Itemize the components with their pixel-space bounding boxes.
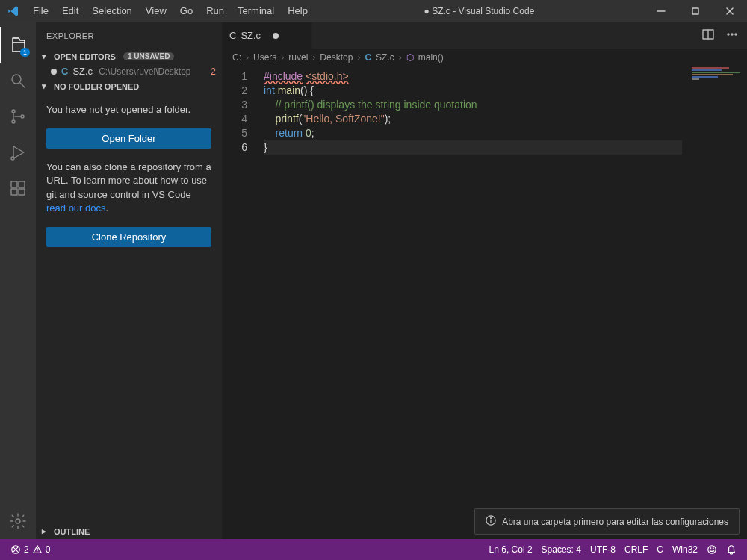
activity-source-control[interactable]	[0, 99, 36, 134]
vscode-logo-icon	[0, 4, 26, 18]
activity-extensions[interactable]	[0, 170, 36, 206]
status-problems[interactable]: 2 0	[6, 544, 55, 555]
tab-label: SZ.c	[241, 30, 261, 41]
status-bar: 2 0 Ln 6, Col 2 Spaces: 4 UTF-8 CRLF C W…	[0, 539, 747, 560]
symbol-icon: ⬡	[406, 52, 414, 63]
open-editors-header[interactable]: ▾ OPEN EDITORS 1 UNSAVED	[36, 49, 222, 64]
more-actions-button[interactable]	[723, 25, 741, 46]
activity-search[interactable]	[0, 63, 36, 99]
svg-point-22	[491, 518, 492, 519]
file-name: SZ.c	[72, 66, 93, 77]
chevron-down-icon: ▾	[42, 52, 51, 61]
modified-dot-icon	[51, 69, 57, 75]
svg-point-4	[12, 75, 21, 84]
svg-rect-13	[19, 189, 25, 195]
code-editor[interactable]: 123456 #include <stdio.h>int main() { //…	[222, 66, 747, 539]
sidebar-title: EXPLORER	[36, 22, 222, 49]
svg-point-29	[713, 548, 713, 549]
svg-point-28	[710, 548, 711, 549]
status-indent[interactable]: Spaces: 4	[537, 544, 586, 555]
clone-message: You can also clone a repository from a U…	[36, 152, 222, 224]
svg-rect-11	[19, 181, 25, 187]
svg-point-9	[11, 157, 14, 160]
line-gutter: 123456	[222, 66, 258, 539]
menu-edit[interactable]: Edit	[55, 0, 85, 22]
modified-dot-icon	[273, 33, 279, 39]
open-folder-button[interactable]: Open Folder	[46, 128, 211, 149]
menu-selection[interactable]: Selection	[85, 0, 138, 22]
svg-point-14	[16, 519, 20, 523]
file-path: C:\Users\ruvel\Desktop	[99, 66, 190, 77]
notification-toast[interactable]: Abra una carpeta primero para editar las…	[474, 508, 740, 535]
menu-terminal[interactable]: Terminal	[231, 0, 281, 22]
svg-rect-10	[11, 181, 17, 187]
minimize-button[interactable]	[644, 0, 678, 22]
c-file-icon: C	[61, 66, 68, 77]
c-file-icon: C	[365, 52, 371, 63]
status-cursor[interactable]: Ln 6, Col 2	[485, 544, 537, 555]
svg-point-27	[708, 546, 716, 554]
clone-repository-button[interactable]: Clone Repository	[46, 227, 211, 247]
open-editors-label: OPEN EDITORS	[54, 52, 116, 61]
close-button[interactable]	[713, 0, 747, 22]
chevron-down-icon: ▾	[42, 81, 51, 91]
menu-run[interactable]: Run	[199, 0, 231, 22]
outline-label: OUTLINE	[54, 527, 90, 536]
menu-help[interactable]: Help	[281, 0, 314, 22]
svg-point-19	[735, 34, 737, 35]
status-feedback[interactable]	[702, 544, 722, 555]
unsaved-badge: 1 UNSAVED	[123, 52, 175, 60]
maximize-button[interactable]	[678, 0, 713, 22]
menu-go[interactable]: Go	[173, 0, 199, 22]
menu-file[interactable]: File	[26, 0, 55, 22]
no-folder-label: NO FOLDER OPENED	[54, 82, 139, 91]
no-folder-message: You have not yet opened a folder.	[36, 94, 222, 125]
activity-run-debug[interactable]	[0, 134, 36, 170]
status-language[interactable]: C	[652, 544, 668, 555]
status-eol[interactable]: CRLF	[620, 544, 652, 555]
explorer-badge: 1	[20, 48, 30, 57]
menu-view[interactable]: View	[139, 0, 173, 22]
tab-bar: C SZ.c	[222, 22, 747, 49]
activity-bar: 1	[0, 22, 36, 539]
title-bar: File Edit Selection View Go Run Terminal…	[0, 0, 747, 22]
svg-point-18	[731, 34, 733, 35]
read-docs-link[interactable]: read our docs	[46, 202, 106, 214]
status-target[interactable]: Win32	[668, 544, 702, 555]
window-title: ● SZ.c - Visual Studio Code	[314, 6, 644, 16]
split-editor-button[interactable]	[699, 25, 717, 46]
svg-line-5	[20, 83, 25, 87]
no-folder-header[interactable]: ▾ NO FOLDER OPENED	[36, 78, 222, 94]
open-editor-file[interactable]: C SZ.c C:\Users\ruvel\Desktop 2	[36, 64, 222, 78]
chevron-right-icon: ▸	[42, 526, 51, 536]
window-controls	[644, 0, 747, 22]
svg-rect-1	[692, 8, 698, 14]
svg-rect-12	[11, 189, 17, 195]
breadcrumb[interactable]: C:› Users› ruvel› Desktop› C SZ.c› ⬡ mai…	[222, 49, 747, 66]
svg-point-17	[728, 34, 729, 35]
code-content[interactable]: #include <stdio.h>int main() { // printf…	[258, 66, 682, 539]
activity-settings[interactable]	[0, 503, 36, 539]
status-encoding[interactable]: UTF-8	[586, 544, 620, 555]
explorer-sidebar: EXPLORER ▾ OPEN EDITORS 1 UNSAVED C SZ.c…	[36, 22, 222, 539]
toast-message: Abra una carpeta primero para editar las…	[502, 517, 728, 527]
tab-sz-c[interactable]: C SZ.c	[222, 22, 311, 49]
editor-area: C SZ.c C:› Users› ruvel› Desktop› C SZ.c…	[222, 22, 747, 539]
outline-header[interactable]: ▸ OUTLINE	[36, 523, 222, 539]
status-notifications[interactable]	[722, 544, 741, 555]
c-file-icon: C	[229, 30, 236, 41]
info-icon	[486, 515, 496, 528]
menu-bar: File Edit Selection View Go Run Terminal…	[26, 0, 314, 22]
activity-explorer[interactable]: 1	[0, 27, 36, 63]
file-problem-count: 2	[211, 66, 216, 77]
